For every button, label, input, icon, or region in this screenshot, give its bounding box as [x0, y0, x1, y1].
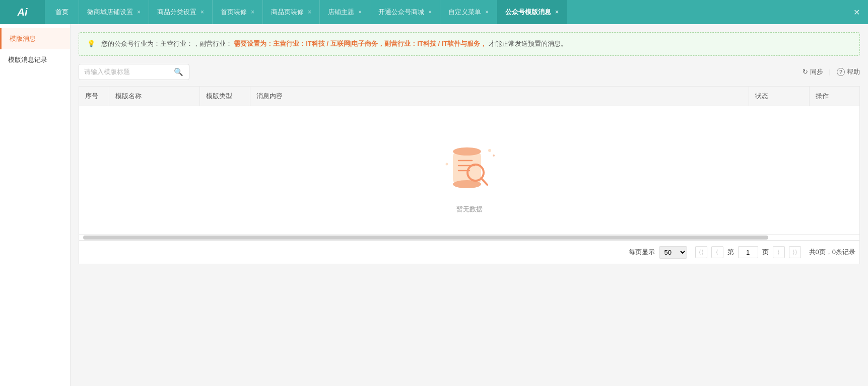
close-all-button[interactable]: ✕ [845, 0, 868, 24]
next-page-button[interactable]: ⟩ [773, 246, 785, 258]
svg-point-12 [445, 163, 448, 165]
nav-tab-category[interactable]: 商品分类设置 × [149, 0, 213, 24]
search-input[interactable] [79, 65, 170, 79]
last-page-button[interactable]: ⟩⟩ [789, 246, 801, 258]
empty-text: 暂无数据 [456, 205, 483, 214]
pagination: 每页显示 50 10 20 100 ⟨⟨ ⟨ 第 1 页 ⟩ ⟩⟩ 共0页，0条… [79, 241, 860, 264]
toolbar-right: ↻ 同步 | ? 帮助 [803, 67, 860, 76]
sync-icon: ↻ [803, 68, 808, 75]
svg-line-9 [481, 178, 487, 185]
total-info: 共0页，0条记录 [809, 248, 855, 257]
help-icon: ? [837, 68, 845, 76]
col-name: 模版名称 [109, 86, 200, 106]
close-tab-templatemsg-icon[interactable]: × [555, 9, 559, 16]
close-tab-category-icon[interactable]: × [201, 9, 204, 16]
app-logo: Ai [0, 0, 45, 24]
close-tab-theme-icon[interactable]: × [358, 9, 362, 16]
search-bar: 🔍 ↻ 同步 | ? 帮助 [79, 64, 860, 80]
help-label: 帮助 [847, 67, 860, 76]
nav-tab-homepage[interactable]: 首页装修 × [213, 0, 263, 24]
info-suffix: 才能正常发送预置的消息。 [489, 40, 567, 47]
sidebar-item-template-records[interactable]: 模版消息记录 [0, 49, 70, 70]
empty-state: 暂无数据 [79, 106, 859, 234]
svg-point-10 [488, 149, 491, 152]
nav-tab-theme[interactable]: 店铺主题 × [320, 0, 370, 24]
col-seq: 序号 [79, 86, 109, 106]
main-layout: 模版消息 模版消息记录 💡 您的公众号行业为：主营行业：，副营行业： 需要设置为… [0, 24, 868, 386]
toolbar-divider: | [829, 68, 831, 75]
nav-tab-productpage[interactable]: 商品页装修 × [263, 0, 320, 24]
page-size-select[interactable]: 50 10 20 100 [659, 246, 687, 259]
bulb-icon: 💡 [87, 40, 95, 47]
table-header-row: 序号 模版名称 模版类型 消息内容 状态 操作 [79, 86, 860, 106]
col-action: 操作 [810, 86, 860, 106]
svg-point-8 [471, 168, 481, 178]
page-number-input[interactable]: 1 [738, 246, 758, 258]
sync-label: 同步 [810, 67, 823, 76]
scroll-thumb[interactable] [83, 236, 768, 240]
col-type: 模版类型 [200, 86, 250, 106]
nav-tab-templatemsg[interactable]: 公众号模版消息 × [497, 0, 567, 24]
search-input-wrap: 🔍 [79, 64, 189, 80]
sidebar-item-template[interactable]: 模版消息 [0, 28, 70, 49]
close-tab-openstore-icon[interactable]: × [428, 9, 432, 16]
empty-illustration [439, 136, 500, 197]
nav-tab-custommenu[interactable]: 自定义菜单 × [440, 0, 497, 24]
close-tab-homepage-icon[interactable]: × [251, 9, 254, 16]
horizontal-scrollbar[interactable] [79, 235, 860, 241]
prev-page-button[interactable]: ⟨ [711, 246, 723, 258]
info-highlight: 需要设置为：主营行业：IT科技 / 互联网|电子商务，副营行业：IT科技 / I… [234, 40, 487, 47]
page-label: 第 [727, 248, 734, 257]
table-empty-row: 暂无数据 [79, 106, 860, 234]
close-tab-productpage-icon[interactable]: × [308, 9, 311, 16]
info-prefix: 您的公众号行业为：主营行业：，副营行业： [101, 40, 232, 47]
close-tab-wsc-icon[interactable]: × [137, 9, 141, 16]
sync-button[interactable]: ↻ 同步 [803, 67, 823, 76]
close-tab-custommenu-icon[interactable]: × [485, 9, 489, 16]
svg-point-2 [453, 147, 481, 156]
nav-tab-openstore[interactable]: 开通公众号商城 × [370, 0, 440, 24]
help-button[interactable]: ? 帮助 [837, 67, 860, 76]
search-button[interactable]: 🔍 [170, 64, 187, 80]
first-page-button[interactable]: ⟨⟨ [695, 246, 707, 258]
content-area: 💡 您的公众号行业为：主营行业：，副营行业： 需要设置为：主营行业：IT科技 /… [71, 24, 868, 386]
page-size-label: 每页显示 [629, 248, 655, 257]
top-nav-bar: Ai 首页 微商城店铺设置 × 商品分类设置 × 首页装修 × 商品页装修 × … [0, 0, 868, 24]
info-banner: 💡 您的公众号行业为：主营行业：，副营行业： 需要设置为：主营行业：IT科技 /… [79, 32, 860, 56]
nav-tab-wsc[interactable]: 微商城店铺设置 × [79, 0, 149, 24]
sidebar: 模版消息 模版消息记录 [0, 24, 71, 386]
page-unit: 页 [762, 248, 769, 257]
col-content: 消息内容 [250, 86, 749, 106]
nav-home-tab[interactable]: 首页 [45, 0, 79, 24]
svg-point-11 [493, 155, 495, 157]
data-table: 序号 模版名称 模版类型 消息内容 状态 操作 [79, 86, 860, 235]
col-status: 状态 [749, 86, 810, 106]
